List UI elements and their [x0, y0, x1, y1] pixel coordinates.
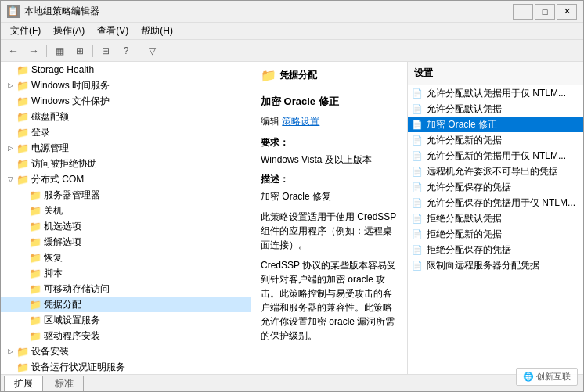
policy-icon-3: 📄	[411, 134, 424, 146]
menu-help[interactable]: 帮助(H)	[135, 23, 179, 39]
folder-icon-selected: 📁	[29, 298, 41, 311]
expander-machine[interactable]	[16, 220, 29, 232]
menu-view[interactable]: 查看(V)	[91, 23, 135, 39]
tree-item-shutdown[interactable]: 📁 关机	[1, 203, 251, 218]
folder-icon: 📁	[16, 345, 29, 358]
menu-file[interactable]: 文件(F)	[4, 23, 47, 39]
policy-icon-6: 📄	[411, 181, 424, 193]
forward-button[interactable]: →	[24, 42, 43, 59]
menu-action[interactable]: 操作(A)	[47, 23, 91, 39]
policy-icon-1: 📄	[411, 102, 424, 115]
policy-label-11: 限制向远程服务器分配凭据	[427, 259, 539, 272]
new-window-button[interactable]: ⊞	[70, 42, 89, 59]
right-item-7[interactable]: 📄允许分配保存的凭据用于仅 NTLM...	[408, 195, 583, 210]
properties-button[interactable]: ⊟	[96, 42, 115, 59]
separator-2	[92, 45, 93, 57]
expander-login[interactable]	[4, 126, 16, 138]
titlebar: 📋 本地组策略编辑器 — □ ✕	[1, 1, 583, 23]
watermark-text: 创新互联	[536, 372, 571, 381]
expander-storage[interactable]	[4, 63, 16, 76]
close-button[interactable]: ✕	[557, 4, 577, 20]
tree-item-access-denied[interactable]: 📁 访问被拒绝协助	[1, 156, 251, 171]
right-item-1[interactable]: 📄允许分配默认凭据	[408, 101, 583, 117]
policy-icon-5: 📄	[411, 165, 424, 178]
tab-standard[interactable]: 标准	[45, 376, 84, 391]
policy-label-7: 允许分配保存的凭据用于仅 NTLM...	[427, 196, 575, 210]
tree-item-removable[interactable]: 📁 可移动存储访问	[1, 281, 251, 297]
expander-file[interactable]	[4, 95, 16, 107]
middle-header-icon: 📁	[261, 68, 276, 83]
expander-recovery[interactable]	[16, 251, 29, 264]
tree-item-device-health[interactable]: 📁 设备运行状况证明服务	[1, 359, 251, 374]
minimize-button[interactable]: —	[513, 4, 533, 20]
right-items-list: 📄允许分配默认凭据用于仅 NTLM...📄允许分配默认凭据📄加密 Oracle …	[408, 85, 583, 273]
tree-item-server-manager[interactable]: 📁 服务器管理器	[1, 187, 251, 203]
tree-item-device-install[interactable]: ▷ 📁 设备安装	[1, 343, 251, 359]
folder-icon: 📁	[16, 142, 29, 154]
tab-extended[interactable]: 扩展	[4, 376, 43, 391]
tree-item-dcom[interactable]: ▽ 📁 分布式 COM	[1, 171, 251, 187]
right-item-3[interactable]: 📄允许分配新的凭据	[408, 132, 583, 148]
maximize-button[interactable]: □	[535, 4, 555, 20]
tree-item-storage-health[interactable]: 📁 Storage Health	[1, 62, 251, 77]
window-title: 本地组策略编辑器	[24, 5, 513, 18]
folder-icon: 📁	[29, 329, 41, 342]
description-label: 描述：	[261, 173, 398, 186]
right-header: 设置	[408, 62, 583, 85]
expander-locale[interactable]	[16, 314, 29, 326]
expander-scripts[interactable]	[16, 267, 29, 279]
tree-item-driver-install[interactable]: 📁 驱动程序安装	[1, 328, 251, 343]
tree-item-login[interactable]: 📁 登录	[1, 124, 251, 140]
right-item-4[interactable]: 📄允许分配新的凭据用于仅 NTLM...	[408, 148, 583, 164]
right-item-9[interactable]: 📄拒绝分配新的凭据	[408, 226, 583, 242]
tree-item-machine-options[interactable]: 📁 机选选项	[1, 218, 251, 234]
tree-item-power[interactable]: ▷ 📁 电源管理	[1, 140, 251, 156]
tree-item-file-protection[interactable]: 📁 Windows 文件保护	[1, 93, 251, 109]
policy-icon-10: 📄	[411, 243, 424, 256]
policy-label-8: 拒绝分配默认凭据	[427, 212, 502, 225]
help-button[interactable]: ?	[117, 42, 135, 59]
expander-server[interactable]	[16, 189, 29, 201]
expander-dcom[interactable]: ▽	[4, 173, 16, 185]
strategy-link[interactable]: 策略设置	[282, 116, 319, 127]
right-item-5[interactable]: 📄远程机允许委派不可导出的凭据	[408, 164, 583, 179]
policy-icon-8: 📄	[411, 212, 424, 225]
filter-button[interactable]: ▽	[142, 42, 161, 59]
tree-item-mitigation[interactable]: 📁 缓解选项	[1, 234, 251, 250]
tree-item-locale[interactable]: 📁 区域设置服务	[1, 312, 251, 328]
right-item-11[interactable]: 📄限制向远程服务器分配凭据	[408, 257, 583, 273]
window-controls: — □ ✕	[513, 4, 577, 20]
expander-mitigation[interactable]	[16, 236, 29, 248]
expander-device-health[interactable]	[4, 361, 16, 373]
folder-icon: 📁	[16, 110, 29, 123]
folder-icon: 📁	[16, 173, 29, 185]
policy-label-9: 拒绝分配新的凭据	[427, 228, 502, 241]
policy-label-6: 允许分配保存的凭据	[427, 181, 511, 194]
expander-disk[interactable]	[4, 110, 16, 123]
right-item-2[interactable]: 📄加密 Oracle 修正	[408, 117, 583, 132]
expander-removable[interactable]	[16, 282, 29, 295]
right-item-6[interactable]: 📄允许分配保存的凭据	[408, 179, 583, 195]
folder-icon: 📁	[29, 251, 41, 264]
expander-credentials[interactable]	[16, 298, 29, 311]
right-item-8[interactable]: 📄拒绝分配默认凭据	[408, 210, 583, 226]
expander-device[interactable]: ▷	[4, 345, 16, 358]
tree-item-recovery[interactable]: 📁 恢复	[1, 250, 251, 265]
expander-time[interactable]: ▷	[4, 79, 16, 92]
expander-access[interactable]	[4, 157, 16, 170]
tree-item-disk-quota[interactable]: 📁 磁盘配额	[1, 109, 251, 124]
expander-driver[interactable]	[16, 329, 29, 342]
toolbar: ← → ▦ ⊞ ⊟ ? ▽	[1, 40, 583, 62]
show-hide-button[interactable]: ▦	[50, 42, 69, 59]
folder-icon: 📁	[16, 79, 29, 92]
tree-item-credentials[interactable]: 📁 凭据分配	[1, 297, 251, 312]
expander-power[interactable]: ▷	[4, 142, 16, 154]
right-item-10[interactable]: 📄拒绝分配保存的凭据	[408, 242, 583, 257]
tree-item-scripts[interactable]: 📁 脚本	[1, 265, 251, 281]
separator-3	[139, 45, 139, 57]
right-item-0[interactable]: 📄允许分配默认凭据用于仅 NTLM...	[408, 85, 583, 101]
back-button[interactable]: ←	[4, 42, 23, 59]
bottom-tabs: 扩展 标准	[1, 374, 583, 391]
tree-item-time-service[interactable]: ▷ 📁 Windows 时间服务	[1, 77, 251, 93]
expander-shutdown[interactable]	[16, 204, 29, 217]
